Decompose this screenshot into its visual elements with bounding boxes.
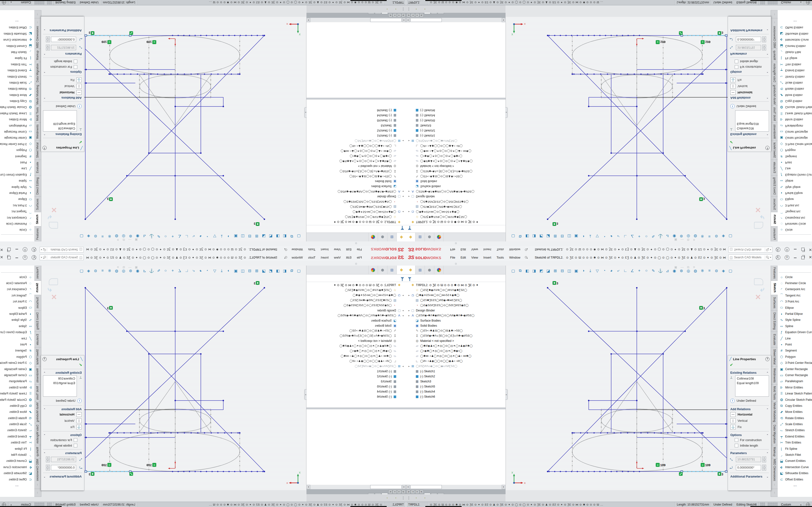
sketch-exit-icon[interactable] — [754, 222, 763, 229]
view-tool-icon[interactable]: ∠ — [629, 268, 636, 274]
view-tool-icon[interactable]: ◨ — [531, 233, 538, 239]
sketch-tool-item[interactable]: ◇ 3 Point Center Recta... — [0, 141, 34, 147]
model-tab[interactable] — [375, 13, 381, 14]
expand-arrow-icon[interactable]: ▸ — [401, 211, 405, 213]
spinner-buttons[interactable]: ▲▼ — [762, 457, 766, 462]
feature-manager-tab[interactable]: ⊞ — [415, 266, 425, 274]
sketch-tool-item[interactable]: ⬡ Polygon — [0, 147, 34, 153]
tree-row[interactable]: ▤ ◯ƧƼ✱ƷƐƧƼ◯ИΘ◉•✱⋈ƐƷƧƼ◯ — [406, 298, 506, 303]
sketch-tool-item[interactable]: ⌊ Fit Spline — [778, 446, 812, 452]
view-tool-icon[interactable]: ◪ — [545, 233, 552, 239]
expand-arrow-icon[interactable]: ▸ — [407, 294, 411, 296]
tree-row[interactable]: ◪ Surface Bodies — [406, 184, 506, 189]
command-tab[interactable]: Sketch — [771, 281, 778, 295]
view-tool-icon[interactable]: ⊿ — [664, 233, 671, 239]
view-tool-icon[interactable]: ⊟ — [247, 233, 253, 239]
tree-row[interactable]: ▦ (-) Sketch6 — [306, 394, 406, 399]
tree-row[interactable]: ▱ ◯•◉✱◯✦◎◯⊙◯◎✦◯✱◉•◯ — [406, 154, 506, 159]
close-button[interactable]: ✕ — [0, 256, 3, 259]
menu-item[interactable]: Edit — [458, 246, 469, 253]
tree-row[interactable]: ▣ Solid Bodies — [406, 323, 506, 328]
sketch-tool-item[interactable]: ⌙ Stretch Entities — [0, 74, 34, 80]
model-tab[interactable] — [424, 13, 430, 14]
search-icon[interactable] — [43, 248, 47, 251]
tools-overflow-chevron[interactable]: ⌄⌄ — [0, 20, 34, 23]
sketch-tool-item[interactable]: ○ Circle — [0, 227, 34, 233]
command-tab[interactable]: Sketch — [34, 281, 41, 295]
section-options[interactable]: Options⌃ — [41, 433, 84, 437]
view-tool-icon[interactable]: ※ — [699, 233, 706, 239]
tab-overflow-grip[interactable]: ⁞ — [771, 481, 778, 489]
tree-row[interactable]: ▱ ◯•◉✱◯✦◎◯⊙◯◎✦◯✱◉•◯ — [306, 348, 406, 353]
view-tool-icon[interactable]: ≡ — [706, 268, 713, 274]
relation-entry[interactable]: Collinear108 — [737, 126, 767, 131]
command-tab[interactable]: Mold Tools — [34, 105, 41, 122]
view-tool-icon[interactable]: ⊜ — [713, 233, 720, 239]
section-add-relations[interactable]: Add Relations⌃ — [728, 96, 771, 101]
sketch-tool-item[interactable]: ▣ Center Rectangle — [778, 135, 812, 141]
toolbar-expander-dot[interactable] — [455, 263, 457, 265]
tree-row[interactable]: ▸ ◷ ◯✱◉✦ƧƼ•⋈◯⊙◯⋈•ƼƧ✦◉✱◯ — [306, 209, 406, 214]
tree-row[interactable]: ✎ ◯ƧƼ•∩✱♟Ɯ◯⊙◯Ɯ♟✱∩•ƼƧ◯ — [406, 174, 506, 179]
section-add-relations[interactable]: Add Relations⌃ — [41, 406, 84, 411]
view-tool-icon[interactable]: ◧ — [282, 268, 288, 274]
command-tab[interactable]: Sketch — [34, 212, 41, 226]
sketch-tool-item[interactable]: ◌ Perimeter Circle — [0, 221, 34, 227]
tree-row[interactable]: ▦ (-) Sketch1 — [406, 133, 506, 138]
view-tool-icon[interactable]: ⊿ — [141, 233, 148, 239]
sketch-tool-item[interactable]: ┯ Extend Entities — [778, 433, 812, 439]
relation-button-row[interactable]: | Vertical — [41, 418, 84, 424]
tab-scroll-button[interactable]: |◂ — [401, 490, 406, 494]
relation-button-row[interactable]: ⚓ Fix — [728, 77, 771, 83]
sketch-tool-item[interactable]: ❂ Circular Sketch Pattern — [0, 104, 34, 110]
tree-row[interactable]: ▸ A ◯ƧƼИ◉•✱Ʌ✱◉ИɅ◯⊙◯ɅИ◉✱Ʌ✱•◉ИƼƧ◯ — [406, 189, 506, 194]
feature-manager-tab[interactable]: ⊕ — [378, 233, 387, 241]
confirm-sketch-icon[interactable]: ⤶ — [760, 285, 764, 294]
sketch-tool-item[interactable]: ⠿ Linear Sketch Pattern — [0, 110, 34, 116]
sketch-exit-icon[interactable] — [49, 278, 58, 285]
panel-splitter[interactable] — [306, 407, 406, 409]
sketch-tool-item[interactable]: ▪ Point — [778, 159, 812, 165]
command-tab[interactable]: Weldments — [34, 122, 41, 140]
tab-overflow-grip[interactable]: ⁞ — [771, 489, 778, 497]
sketch-tool-item[interactable]: ⬓ Convert Entities — [778, 43, 812, 49]
feature-manager-tab[interactable]: ❖ — [397, 266, 406, 274]
expand-arrow-icon[interactable]: ▸ — [407, 195, 411, 198]
model-tab[interactable] — [375, 493, 381, 494]
view-tool-icon[interactable]: ◩ — [267, 268, 274, 274]
pin-menu-icon[interactable] — [285, 248, 288, 251]
command-tab[interactable]: Features — [34, 226, 41, 241]
command-tab[interactable]: Sheet Metal — [771, 140, 778, 160]
checkbox[interactable] — [735, 65, 738, 69]
sketch-tool-item[interactable]: ▪ Point — [0, 159, 34, 165]
view-tool-icon[interactable]: ◈ — [720, 233, 727, 239]
tree-row[interactable]: ◪ Surface Bodies — [306, 184, 406, 189]
feature-manager-tab[interactable] — [434, 233, 444, 241]
view-tool-icon[interactable]: ◫ — [240, 233, 246, 239]
sketch-tool-item[interactable]: ▭ Corner Rectangle — [0, 372, 34, 378]
sketch-tool-item[interactable]: ◗ Partial Ellipse — [778, 311, 812, 317]
sketch-tool-item[interactable]: ⠿ Linear Sketch Pattern — [778, 110, 812, 116]
view-tool-icon[interactable]: ▽ — [211, 233, 218, 239]
panel-help-icon[interactable]: ? — [765, 357, 769, 361]
command-tab[interactable]: Evaluate — [34, 160, 41, 175]
command-tab[interactable]: Sketch — [771, 212, 778, 226]
command-tab[interactable]: Data Migration — [34, 423, 41, 445]
expand-arrow-icon[interactable]: ▸ — [401, 314, 405, 317]
panel-splitter[interactable] — [406, 98, 506, 100]
relation-button-row[interactable]: — Horizontal — [728, 89, 771, 96]
view-tool-icon[interactable]: ◩ — [267, 233, 274, 239]
view-tool-icon[interactable]: ◑ — [580, 268, 587, 274]
sketch-tool-item[interactable]: ◜ Centerpoint Arc — [778, 215, 812, 221]
tree-row[interactable]: ✎ ◯ƧƼ•∩✱♟Ɯ◯⊙◯Ɯ♟✱∩•ƼƧ◯ — [306, 328, 406, 333]
tree-row[interactable]: Σ ◯ƧƼИ◉•✱Ʌ∪ƷƐ◯⊙◯ƐƷ∪Ʌ✱•◉ИƼƧ◯ — [406, 169, 506, 174]
sketch-tool-item[interactable]: ⌒ Tangent Arc — [778, 208, 812, 214]
sketch-tool-item[interactable]: ⬡ Polygon — [0, 354, 34, 360]
menu-item[interactable]: Tools — [305, 254, 318, 261]
sketch-tool-item[interactable]: ╱ Line — [778, 166, 812, 172]
option-row[interactable]: For construction — [41, 64, 84, 70]
restore-button[interactable] — [801, 248, 805, 251]
sketch-tool-item[interactable]: ⬕ Silhouette Entities — [0, 470, 34, 476]
view-tool-icon[interactable]: ◕ — [197, 233, 204, 239]
view-tool-icon[interactable]: ⚓ — [657, 233, 664, 239]
